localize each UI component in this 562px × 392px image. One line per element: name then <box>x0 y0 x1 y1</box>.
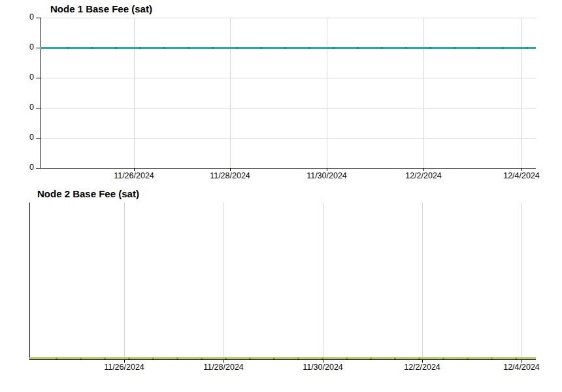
series-marker <box>163 47 165 49</box>
series-marker <box>370 357 372 359</box>
y-tick-label: 0 <box>18 12 34 22</box>
y-tick-label: 0 <box>18 42 34 52</box>
series-marker <box>418 357 420 359</box>
x-gridline <box>423 18 424 168</box>
x-gridline <box>521 203 522 359</box>
y-tick-mark <box>36 48 41 48</box>
series-marker <box>297 357 299 359</box>
series-marker <box>201 357 203 359</box>
x-gridline <box>124 203 125 359</box>
series-marker <box>394 357 396 359</box>
series-marker <box>478 47 480 49</box>
series-marker <box>346 357 348 359</box>
y-tick-mark <box>36 138 41 139</box>
y-tick-mark <box>36 78 41 78</box>
series-marker <box>152 357 154 359</box>
series-marker <box>67 47 69 49</box>
x-gridline <box>223 203 224 359</box>
x-tick-label: 12/4/2024 <box>492 171 551 180</box>
x-tick-label: 12/4/2024 <box>492 363 551 372</box>
chart-title-node1: Node 1 Base Fee (sat) <box>50 3 152 14</box>
x-tick-label: 12/2/2024 <box>393 363 452 372</box>
y-gridline <box>41 108 536 108</box>
y-axis-line <box>29 203 30 360</box>
series-marker <box>128 357 130 359</box>
y-gridline <box>41 138 536 139</box>
series-marker <box>467 357 469 359</box>
series-marker <box>212 47 214 49</box>
x-tick-label: 12/2/2024 <box>394 171 453 180</box>
charts-dashboard: Node 1 Base Fee (sat) Node 2 Base Fee (s… <box>0 0 562 392</box>
series-marker <box>429 47 431 49</box>
x-gridline <box>134 18 135 168</box>
x-tick-label: 11/30/2024 <box>293 363 352 372</box>
x-tick-label: 11/28/2024 <box>201 171 259 180</box>
series-marker <box>322 357 323 359</box>
y-gridline <box>41 78 536 78</box>
series-marker <box>526 47 528 49</box>
series-marker <box>381 47 383 49</box>
series-marker <box>333 47 335 49</box>
x-gridline <box>422 203 423 359</box>
x-axis-line <box>41 168 536 169</box>
x-axis-line <box>29 359 536 360</box>
series-marker <box>249 357 251 359</box>
series-marker <box>454 47 455 49</box>
series-marker <box>56 357 58 359</box>
y-tick-label: 0 <box>18 133 34 142</box>
series-marker <box>115 47 117 49</box>
series-marker <box>80 357 82 359</box>
series-marker <box>176 357 178 359</box>
x-gridline <box>230 18 231 168</box>
series-marker <box>515 357 517 359</box>
x-tick-label: 11/28/2024 <box>194 363 253 372</box>
y-tick-label: 0 <box>18 103 34 112</box>
series-marker <box>104 357 106 359</box>
series-marker <box>308 47 310 49</box>
series-marker <box>273 357 275 359</box>
x-gridline <box>327 18 327 168</box>
series-marker <box>91 47 93 49</box>
series-marker <box>491 357 493 359</box>
series-marker <box>236 47 238 49</box>
y-tick-mark <box>36 18 41 18</box>
series-marker <box>357 47 359 49</box>
series-marker <box>225 357 227 359</box>
chart-title-node2: Node 2 Base Fee (sat) <box>37 188 139 199</box>
y-gridline <box>41 18 536 18</box>
series-marker <box>405 47 407 49</box>
y-tick-label: 0 <box>18 73 34 82</box>
series-marker <box>284 47 286 49</box>
series-marker <box>139 47 141 49</box>
x-gridline <box>521 18 522 168</box>
series-marker <box>442 357 444 359</box>
y-axis-line <box>41 18 41 169</box>
series-marker <box>502 47 504 49</box>
x-gridline <box>323 203 323 359</box>
series-marker <box>260 47 262 49</box>
series-marker <box>188 47 190 49</box>
x-tick-label: 11/26/2024 <box>105 171 163 180</box>
y-tick-mark <box>36 168 41 169</box>
y-tick-mark <box>36 108 41 108</box>
x-tick-label: 11/30/2024 <box>297 171 356 180</box>
y-tick-label: 0 <box>18 163 34 172</box>
x-tick-label: 11/26/2024 <box>95 363 154 372</box>
